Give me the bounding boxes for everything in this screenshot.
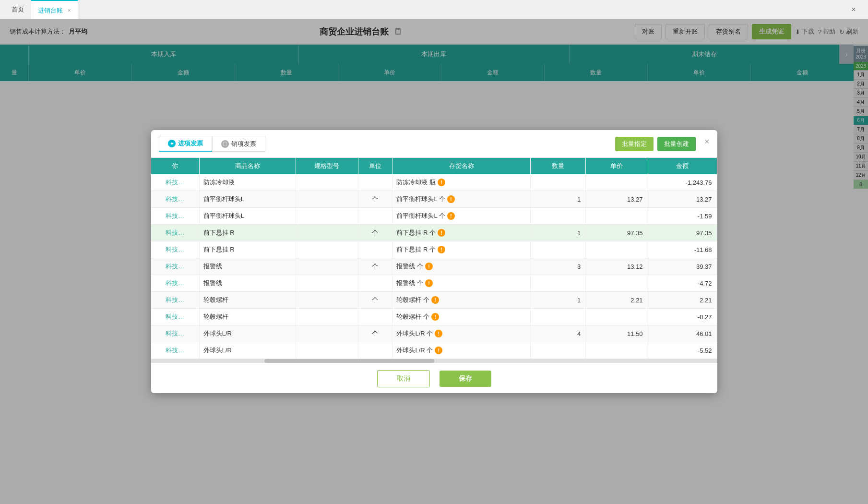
th-spec: 规格型号 [296,158,358,174]
table-row[interactable]: 科技… 轮毂螺杆 轮毂螺杆 个! -0.27 [151,309,717,325]
save-button[interactable]: 保存 [440,371,491,387]
cell-price [586,208,648,225]
warning-icon: ! [438,246,445,253]
warning-icon: ! [447,212,455,220]
cell-product: 外球头L/R [199,325,296,342]
cell-amount: 13.27 [648,191,717,208]
cell-inventory: 轮毂螺杆 个! [392,309,531,325]
cell-amount: -4.72 [648,275,717,292]
cell-inventory: 报警线 个! [392,258,531,275]
tab-home[interactable]: 首页 [5,0,31,19]
cell-supplier: 科技… [151,241,200,258]
invoice-table-body: 科技… 防冻冷却液 防冻冷却液 瓶! -1,243.76 科技… 前平衡杆球头L… [151,174,717,359]
cell-supplier: 科技… [151,309,200,325]
cell-qty: 1 [531,292,586,309]
cell-inventory: 前下悬挂 R 个! [392,241,531,258]
cell-qty: 3 [531,258,586,275]
cell-amount: -5.52 [648,342,717,359]
table-row[interactable]: 科技… 报警线 个 报警线 个! 3 13.12 39.37 [151,258,717,275]
table-row[interactable]: 科技… 外球头L/R 外球头L/R 个! -5.52 [151,342,717,359]
cell-inventory: 外球头L/R 个! [392,342,531,359]
cell-unit [358,275,392,292]
window-close-button[interactable]: × [844,0,863,19]
table-row[interactable]: 科技… 前平衡杆球头L 个 前平衡杆球头L 个! 1 13.27 13.27 [151,191,717,208]
cell-price [586,241,648,258]
cell-unit: 个 [358,292,392,309]
sales-tab-icon: ☐ [221,140,229,148]
cell-unit: 个 [358,191,392,208]
cell-supplier: 科技… [151,342,200,359]
table-row[interactable]: 科技… 前下悬挂 R 个 前下悬挂 R 个! 1 97.35 97.35 [151,225,717,241]
batch-create-button[interactable]: 批量创建 [657,137,696,151]
th-price: 单价 [586,158,648,174]
tab-ledger-label: 进销台账 [38,7,63,14]
table-row[interactable]: 科技… 轮毂螺杆 个 轮毂螺杆 个! 1 2.21 2.21 [151,292,717,309]
cell-price: 11.50 [586,325,648,342]
cell-unit [358,342,392,359]
cell-amount: -11.68 [648,241,717,258]
th-amount: 金额 [648,158,717,174]
table-row[interactable]: 科技… 前下悬挂 R 前下悬挂 R 个! -11.68 [151,241,717,258]
cell-inventory: 前平衡杆球头L 个! [392,208,531,225]
dialog-table-container[interactable]: 你 商品名称 规格型号 单位 存货名称 数量 单价 金额 科技… 防冻冷却液 [151,158,717,359]
tab-home-label: 首页 [12,6,24,13]
horizontal-scrollbar[interactable] [151,359,717,363]
warning-icon: ! [431,313,439,321]
cancel-button[interactable]: 取消 [377,370,430,387]
dialog-header: ✦ 进项发票 ☐ 销项发票 批量指定 批量创建 × [151,130,717,158]
cell-price [586,275,648,292]
warning-icon: ! [447,195,455,203]
th-supplier: 你 [151,158,200,174]
cell-inventory: 防冻冷却液 瓶! [392,174,531,191]
cell-qty [531,241,586,258]
cell-unit: 个 [358,258,392,275]
cell-price: 13.12 [586,258,648,275]
cell-amount: -1,243.76 [648,174,717,191]
cell-supplier: 科技… [151,191,200,208]
cell-spec [296,292,358,309]
cell-price: 2.21 [586,292,648,309]
cell-inventory: 外球头L/R 个! [392,325,531,342]
cell-amount: 39.37 [648,258,717,275]
cell-qty [531,309,586,325]
dialog-overlay: ✦ 进项发票 ☐ 销项发票 批量指定 批量创建 × [0,19,868,504]
table-row[interactable]: 科技… 防冻冷却液 防冻冷却液 瓶! -1,243.76 [151,174,717,191]
cell-product: 前平衡杆球头L [199,208,296,225]
table-header-row: 你 商品名称 规格型号 单位 存货名称 数量 单价 金额 [151,158,717,174]
cell-supplier: 科技… [151,174,200,191]
dialog-tabs: ✦ 进项发票 ☐ 销项发票 [159,136,265,152]
warning-icon: ! [425,263,433,270]
tab-ledger[interactable]: 进销台账 × [31,0,78,19]
table-row[interactable]: 科技… 报警线 报警线 个! -4.72 [151,275,717,292]
cell-qty: 1 [531,225,586,241]
cell-spec [296,241,358,258]
cell-product: 前平衡杆球头L [199,191,296,208]
cell-spec [296,275,358,292]
cell-product: 前下悬挂 R [199,225,296,241]
cell-supplier: 科技… [151,275,200,292]
cell-spec [296,309,358,325]
tab-close-icon[interactable]: × [68,7,71,14]
cell-amount: -1.59 [648,208,717,225]
cell-product: 报警线 [199,258,296,275]
cell-supplier: 科技… [151,325,200,342]
table-row[interactable]: 科技… 前平衡杆球头L 前平衡杆球头L 个! -1.59 [151,208,717,225]
th-unit: 单位 [358,158,392,174]
cell-amount: 2.21 [648,292,717,309]
cell-inventory: 前下悬挂 R 个! [392,225,531,241]
warning-icon: ! [438,229,445,237]
invoice-table: 你 商品名称 规格型号 单位 存货名称 数量 单价 金额 科技… 防冻冷却液 [151,158,717,359]
dialog-close-button[interactable]: × [704,137,710,151]
tab-purchase-invoice[interactable]: ✦ 进项发票 [159,136,212,152]
cell-supplier: 科技… [151,292,200,309]
cell-product: 防冻冷却液 [199,174,296,191]
cell-qty [531,342,586,359]
batch-assign-button[interactable]: 批量指定 [615,137,654,151]
cell-spec [296,325,358,342]
cell-price [586,174,648,191]
tab-sales-invoice[interactable]: ☐ 销项发票 [212,136,265,152]
table-row[interactable]: 科技… 外球头L/R 个 外球头L/R 个! 4 11.50 46.01 [151,325,717,342]
cell-unit [358,174,392,191]
cell-price [586,309,648,325]
main-content: 销售成本计算方法： 月平均 商贸企业进销台账 🗒 对账 重新开账 存货别名 生成… [0,19,868,504]
